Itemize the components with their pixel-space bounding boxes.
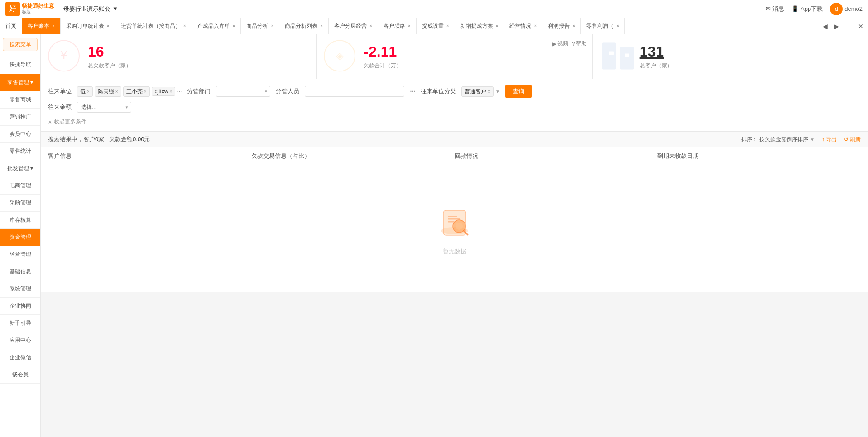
close-tab-icon[interactable]: × xyxy=(534,24,537,28)
message-button[interactable]: ✉ 消息 xyxy=(766,5,784,13)
tab-customer-segment[interactable]: 客户分层经营 × xyxy=(329,18,378,34)
message-icon: ✉ xyxy=(766,5,771,12)
close-tab-icon[interactable]: × xyxy=(52,24,55,28)
person-input[interactable] xyxy=(305,86,404,97)
tab-inbound-stats[interactable]: 进货单统计表（按商品） × xyxy=(115,18,192,34)
tab-product-inbound[interactable]: 产成品入库单 × xyxy=(192,18,241,34)
close-tab-icon[interactable]: × xyxy=(572,24,575,28)
empty-state: 暂无数据 xyxy=(41,165,868,292)
close-tab-icon[interactable]: × xyxy=(369,24,372,28)
sidebar: 搜索菜单 快捷导航 零售管理 ▾ 零售商城 营销推广 会员中心 零售统计 批发管… xyxy=(0,34,41,437)
filter-tag-2[interactable]: 王小亮 × xyxy=(123,86,150,97)
tab-customer-connect[interactable]: 客户联络 × xyxy=(378,18,417,34)
table-header-customer-info: 客户信息 xyxy=(48,152,251,160)
tab-product-analysis[interactable]: 商品分析 × xyxy=(241,18,279,34)
dept-select[interactable] xyxy=(216,86,270,97)
tab-customer-balance[interactable]: 客户账本 × xyxy=(22,18,61,34)
sidebar-item-enterprise-wechat[interactable]: 企业微信 xyxy=(0,349,40,366)
tab-purchase-order-stats[interactable]: 采购订单统计表 × xyxy=(61,18,115,34)
tab-product-analysis-list[interactable]: 商品分析列表 × xyxy=(279,18,329,34)
tab-promotion-settings[interactable]: 提成设置 × xyxy=(417,18,455,34)
svg-rect-6 xyxy=(609,52,614,55)
sort-chevron-icon[interactable]: ▼ xyxy=(810,137,815,142)
search-result-text: 搜索结果中，客户0家 欠款金额0.00元 xyxy=(48,135,150,143)
refresh-icon: ↺ xyxy=(844,136,849,142)
sidebar-item-retail-stats[interactable]: 零售统计 xyxy=(0,143,40,160)
stat-card-debt-amount: ◈ -2.11 欠款合计（万） ▶ 视频 ? 帮助 xyxy=(317,34,592,79)
sidebar-item-enterprise-collab[interactable]: 企业协同 xyxy=(0,298,40,315)
logo-text: 畅捷通好生意 标版 xyxy=(22,3,54,14)
close-tab-icon[interactable]: × xyxy=(496,24,499,28)
org-selector[interactable]: 母婴行业演示账套 ▼ xyxy=(63,5,118,13)
remove-tag-icon[interactable]: × xyxy=(144,89,147,94)
sidebar-item-retail-mall[interactable]: 零售商城 xyxy=(0,91,40,109)
category-tag[interactable]: 普通客户 × xyxy=(461,86,494,97)
svg-rect-7 xyxy=(625,54,629,57)
sidebar-item-finance[interactable]: 资金管理 xyxy=(0,229,40,246)
stat-value-total-customers: 131 xyxy=(640,43,672,60)
top-bar: 好 畅捷通好生意 标版 母婴行业演示账套 ▼ ✉ 消息 📱 App下载 d de… xyxy=(0,0,868,18)
stat-value-debt-amount: -2.11 xyxy=(364,43,402,60)
close-tab-icon[interactable]: × xyxy=(233,24,235,28)
sidebar-item-marketing[interactable]: 营销推广 xyxy=(0,109,40,126)
search-menu-button[interactable]: 搜索菜单 xyxy=(3,38,38,51)
collapse-button[interactable]: ∧ 收起更多条件 xyxy=(48,118,861,126)
sidebar-item-wholesale-mgmt[interactable]: 批发管理 ▾ xyxy=(0,160,40,177)
tab-add-plan[interactable]: 新增提成方案 × xyxy=(455,18,504,34)
close-tab-icon[interactable]: × xyxy=(271,24,273,28)
svg-rect-15 xyxy=(448,221,454,223)
tab-business-status[interactable]: 经营情况 × xyxy=(504,18,542,34)
app-download-button[interactable]: 📱 App下载 xyxy=(791,5,823,13)
person-dots[interactable]: ··· xyxy=(410,88,415,95)
sidebar-search-area: 搜索菜单 xyxy=(0,34,40,55)
close-all-button[interactable]: ✕ xyxy=(855,21,866,32)
sidebar-item-new-guide[interactable]: 新手引导 xyxy=(0,315,40,332)
tab-retail-profit[interactable]: 零售利润（ × xyxy=(581,18,625,34)
balance-filter-label: 往来余额 xyxy=(48,103,72,111)
close-tab-icon[interactable]: × xyxy=(320,24,323,28)
filter-area: 往来单位 伍 × 陈民强 × 王小亮 × cjttcw xyxy=(41,79,868,132)
refresh-button[interactable]: ↺ 刷新 xyxy=(844,136,861,143)
tab-home[interactable]: 首页 xyxy=(0,18,22,34)
close-tab-icon[interactable]: × xyxy=(107,24,110,28)
filter-tag-1[interactable]: 陈民强 × xyxy=(95,86,121,97)
filter-tag-0[interactable]: 伍 × xyxy=(77,86,93,97)
close-tab-icon[interactable]: × xyxy=(183,24,186,28)
close-tab-icon[interactable]: × xyxy=(408,24,411,28)
stat-value-debtors: 16 xyxy=(88,43,131,60)
sidebar-item-member[interactable]: 会员中心 xyxy=(0,126,40,143)
close-tab-icon[interactable]: × xyxy=(446,24,449,28)
quick-nav-link[interactable]: 快捷导航 xyxy=(3,59,38,70)
minimize-button[interactable]: — xyxy=(843,21,854,32)
sidebar-item-member-club[interactable]: 畅会员 xyxy=(0,366,40,384)
prev-tab-button[interactable]: ◀ xyxy=(820,21,830,32)
filter-row-2: 往来余额 选择... xyxy=(48,102,861,113)
filter-more-button[interactable]: ··· xyxy=(177,88,182,95)
video-link[interactable]: ▶ 视频 xyxy=(552,40,568,48)
tab-profit-report[interactable]: 利润报告 × xyxy=(542,18,581,34)
remove-tag-icon[interactable]: × xyxy=(115,89,118,94)
filter-tag-3[interactable]: cjttcw × xyxy=(152,87,176,96)
sidebar-item-operations[interactable]: 经营管理 xyxy=(0,246,40,263)
sidebar-item-system[interactable]: 系统管理 xyxy=(0,280,40,298)
sidebar-item-retail-mgmt[interactable]: 零售管理 ▾ xyxy=(0,74,40,91)
export-button[interactable]: ↑ 导出 xyxy=(822,136,837,143)
sidebar-item-basic-info[interactable]: 基础信息 xyxy=(0,263,40,280)
category-chevron-icon[interactable]: ▼ xyxy=(495,89,500,94)
export-icon: ↑ xyxy=(822,136,825,142)
remove-category-tag-icon[interactable]: × xyxy=(488,89,490,94)
next-tab-button[interactable]: ▶ xyxy=(831,21,842,32)
sidebar-item-ecommerce[interactable]: 电商管理 xyxy=(0,177,40,195)
sidebar-item-purchase[interactable]: 采购管理 xyxy=(0,195,40,212)
remove-tag-icon[interactable]: × xyxy=(87,89,90,94)
svg-rect-4 xyxy=(602,43,616,70)
close-tab-icon[interactable]: × xyxy=(616,24,619,28)
user-profile[interactable]: d demo2 xyxy=(830,3,863,15)
remove-tag-icon[interactable]: × xyxy=(170,89,173,94)
balance-select[interactable]: 选择... xyxy=(77,102,131,113)
help-link[interactable]: ? 帮助 xyxy=(572,40,587,48)
query-button[interactable]: 查询 xyxy=(505,85,532,98)
sidebar-item-inventory[interactable]: 库存核算 xyxy=(0,212,40,229)
search-actions: 排序： 按欠款金额倒序排序 ▼ ↑ 导出 ↺ 刷新 xyxy=(741,136,861,143)
sidebar-item-app-center[interactable]: 应用中心 xyxy=(0,332,40,349)
